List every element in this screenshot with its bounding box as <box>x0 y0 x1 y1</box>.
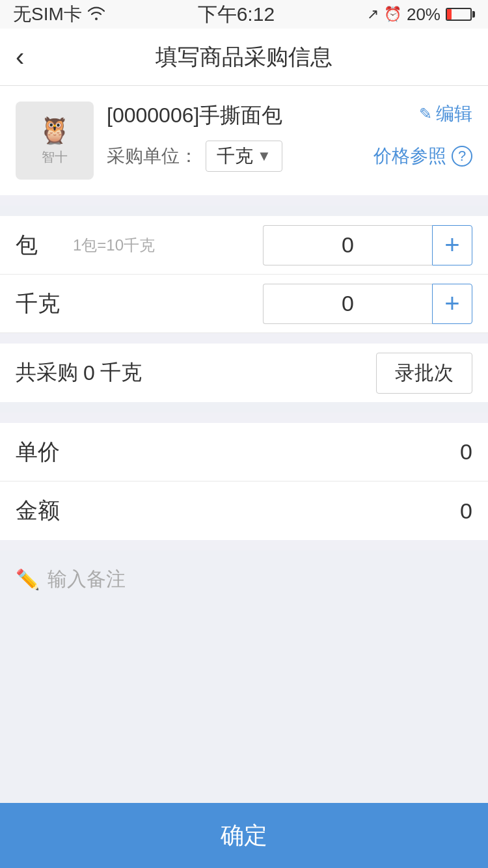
bao-label: 包 <box>16 230 68 260</box>
summary-amount: 0 <box>83 361 95 385</box>
amount-label: 金额 <box>16 496 60 526</box>
bao-field-wrap: + <box>155 225 472 265</box>
bao-plus-button[interactable]: + <box>432 225 472 265</box>
detail-section: 单价 0 金额 0 <box>0 423 488 540</box>
product-logo-label: 智十 <box>42 148 68 166</box>
bao-input[interactable] <box>263 225 432 265</box>
bao-sublabel: 1包=10千克 <box>73 235 155 256</box>
dropdown-arrow-icon: ▼ <box>257 148 271 165</box>
edit-button[interactable]: ✎ 编辑 <box>419 102 472 126</box>
edit-label: 编辑 <box>436 102 472 126</box>
product-thumbnail: 🦉 智十 <box>16 102 94 180</box>
confirm-button-label: 确定 <box>221 820 267 852</box>
kg-field-wrap: + <box>68 284 472 324</box>
wifi-icon <box>87 4 105 25</box>
product-name: [0000006]手撕面包 <box>107 102 282 130</box>
product-info: [0000006]手撕面包 ✎ 编辑 采购单位： 千克 ▼ 价格参照 ? <box>107 102 472 172</box>
price-ref-button[interactable]: 价格参照 ? <box>373 144 472 169</box>
unit-dropdown[interactable]: 千克 ▼ <box>206 141 282 172</box>
unit-price-value: 0 <box>460 439 472 465</box>
kg-input-row: 千克 + <box>0 275 488 333</box>
battery-icon <box>446 8 475 21</box>
status-bar: 无SIM卡 下午6:12 ↗ ⏰ 20% <box>0 0 488 29</box>
nav-bar: ‹ 填写商品采购信息 <box>0 29 488 86</box>
product-logo-icon: 🦉 <box>38 115 71 146</box>
price-ref-label: 价格参照 <box>373 144 446 169</box>
kg-plus-button[interactable]: + <box>432 284 472 324</box>
confirm-button[interactable]: 确定 <box>0 803 488 868</box>
amount-row: 金额 0 <box>0 481 488 540</box>
summary-section: 共采购 0 千克 录批次 <box>0 344 488 402</box>
product-header: [0000006]手撕面包 ✎ 编辑 <box>107 102 472 130</box>
back-button[interactable]: ‹ <box>16 42 24 72</box>
input-section: 包 1包=10千克 + 千克 + <box>0 216 488 333</box>
section-divider-1 <box>0 206 488 216</box>
unit-value: 千克 <box>217 144 253 169</box>
price-ref-help-icon: ? <box>452 146 472 167</box>
summary-prefix: 共采购 <box>16 359 78 387</box>
note-pencil-icon: ✏️ <box>16 568 40 591</box>
unit-price-row: 单价 0 <box>0 423 488 481</box>
page-title: 填写商品采购信息 <box>156 42 332 72</box>
summary-row: 共采购 0 千克 录批次 <box>0 344 488 402</box>
bao-input-row: 包 1包=10千克 + <box>0 216 488 275</box>
note-placeholder-text: 输入备注 <box>47 566 126 593</box>
unit-prefix: 采购单位： <box>107 144 198 169</box>
record-batch-button[interactable]: 录批次 <box>376 353 472 394</box>
kg-input[interactable] <box>263 284 432 324</box>
status-left: 无SIM卡 <box>13 2 105 27</box>
product-meta: 采购单位： 千克 ▼ 价格参照 ? <box>107 141 472 172</box>
kg-label: 千克 <box>16 289 68 319</box>
summary-text: 共采购 0 千克 <box>16 359 142 387</box>
amount-value: 0 <box>460 498 472 524</box>
content-area <box>0 608 488 804</box>
unit-price-label: 单价 <box>16 437 60 467</box>
alarm-icon: ⏰ <box>384 6 401 23</box>
location-icon: ↗ <box>367 6 379 23</box>
status-right: ↗ ⏰ 20% <box>367 5 475 25</box>
status-time: 下午6:12 <box>198 1 275 28</box>
section-divider-2 <box>0 402 488 413</box>
edit-icon: ✎ <box>419 105 432 123</box>
battery-pct: 20% <box>407 5 441 25</box>
carrier-text: 无SIM卡 <box>13 2 82 27</box>
note-section[interactable]: ✏️ 输入备注 <box>0 550 488 608</box>
unit-row: 采购单位： 千克 ▼ <box>107 141 282 172</box>
product-card: 🦉 智十 [0000006]手撕面包 ✎ 编辑 采购单位： 千克 ▼ 价格参照 … <box>0 86 488 195</box>
summary-unit: 千克 <box>100 359 142 387</box>
